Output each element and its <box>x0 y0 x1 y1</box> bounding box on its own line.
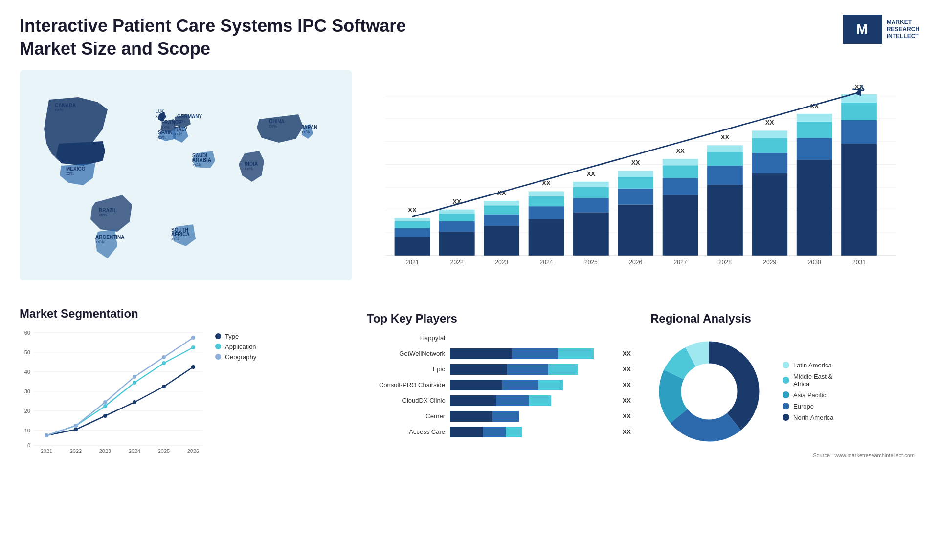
source-text: Source : www.marketresearchintellect.com <box>650 452 915 458</box>
asia-pacific-label: Asia Pacific <box>793 391 826 399</box>
donut-container: Latin America Middle East &Africa Asia P… <box>650 333 915 450</box>
svg-text:2021: 2021 <box>41 448 52 454</box>
donut-chart <box>650 333 768 450</box>
svg-rect-73 <box>618 176 653 188</box>
svg-rect-91 <box>752 138 787 153</box>
svg-text:XX: XX <box>765 119 774 126</box>
svg-text:2026: 2026 <box>187 448 199 454</box>
svg-text:xx%: xx% <box>158 135 166 140</box>
svg-rect-85 <box>707 152 743 166</box>
svg-point-134 <box>133 400 136 404</box>
svg-rect-78 <box>663 178 698 195</box>
svg-text:2021: 2021 <box>405 259 419 266</box>
svg-rect-97 <box>797 121 832 138</box>
svg-text:xx%: xx% <box>66 171 74 176</box>
svg-text:2026: 2026 <box>629 259 642 266</box>
svg-rect-79 <box>663 165 698 178</box>
svg-point-143 <box>45 433 48 437</box>
svg-text:30: 30 <box>24 388 30 394</box>
logo-icon: M <box>843 15 882 44</box>
latin-america-label: Latin America <box>793 362 832 369</box>
player-row-consult-pro: Consult-PRO Chairside XX <box>367 380 631 390</box>
svg-rect-74 <box>618 171 653 176</box>
svg-rect-56 <box>484 201 519 205</box>
svg-point-139 <box>103 404 107 408</box>
svg-text:2025: 2025 <box>158 448 170 454</box>
svg-rect-103 <box>841 102 877 120</box>
map-svg: CANADA xx% U.S. xx% MEXICO xx% BRAZIL xx… <box>20 70 352 280</box>
svg-rect-101 <box>841 144 877 255</box>
legend-latin-america: Latin America <box>782 362 833 369</box>
svg-text:XX: XX <box>676 147 685 154</box>
svg-rect-90 <box>752 153 787 173</box>
application-label: Application <box>225 343 256 350</box>
svg-text:2022: 2022 <box>70 448 82 454</box>
svg-text:XX: XX <box>587 170 596 177</box>
svg-text:2025: 2025 <box>584 259 598 266</box>
svg-text:xx%: xx% <box>156 114 164 119</box>
type-label: Type <box>225 333 239 340</box>
svg-rect-72 <box>618 188 653 204</box>
svg-text:2029: 2029 <box>763 259 776 266</box>
player-row-happytal: Happytal <box>367 333 631 344</box>
page-title: Interactive Patient Care Systems IPC Sof… <box>20 15 411 61</box>
geography-dot <box>215 354 221 360</box>
segmentation-section: Market Segmentation 60 50 40 30 20 10 0 <box>20 307 352 463</box>
svg-point-132 <box>74 428 78 431</box>
svg-rect-65 <box>573 212 609 256</box>
svg-text:xx%: xx% <box>171 237 179 241</box>
legend-europe: Europe <box>782 403 833 410</box>
svg-rect-95 <box>797 160 832 256</box>
svg-text:2031: 2031 <box>852 259 866 266</box>
svg-rect-67 <box>573 187 609 198</box>
svg-text:xx%: xx% <box>192 162 201 167</box>
svg-text:xx%: xx% <box>174 131 182 136</box>
logo-text: MARKET RESEARCH INTELLECT <box>887 19 919 40</box>
svg-rect-68 <box>573 181 609 187</box>
legend-north-america: North America <box>782 414 833 421</box>
asia-pacific-dot <box>782 391 789 398</box>
svg-point-141 <box>162 361 166 365</box>
player-bar <box>450 380 614 390</box>
svg-point-144 <box>74 424 78 428</box>
svg-text:xx%: xx% <box>99 213 107 217</box>
segmentation-legend: Type Application Geography <box>215 333 256 361</box>
bar-chart-section: XX 2021 XX 2022 XX 2023 <box>362 70 919 292</box>
segmentation-title: Market Segmentation <box>20 307 352 321</box>
svg-rect-53 <box>484 226 519 256</box>
player-bar <box>450 348 614 359</box>
svg-text:xx%: xx% <box>161 125 170 129</box>
svg-text:xx%: xx% <box>95 239 104 244</box>
svg-rect-43 <box>395 221 430 228</box>
player-name: Epic <box>367 366 445 373</box>
type-dot <box>215 333 221 339</box>
latin-america-dot <box>782 362 789 368</box>
svg-text:XX: XX <box>631 159 640 166</box>
middle-east-dot <box>782 377 789 384</box>
regional-legend: Latin America Middle East &Africa Asia P… <box>782 362 833 421</box>
svg-rect-48 <box>439 221 475 231</box>
svg-rect-89 <box>752 173 787 256</box>
svg-text:xx%: xx% <box>177 119 185 124</box>
svg-rect-83 <box>707 185 743 255</box>
svg-text:2027: 2027 <box>674 259 687 266</box>
player-name: CloudDX Clinic <box>367 397 445 404</box>
svg-point-140 <box>133 381 136 385</box>
player-name: Consult-PRO Chairside <box>367 381 445 388</box>
europe-label: Europe <box>793 403 814 410</box>
svg-rect-86 <box>707 145 743 152</box>
legend-type: Type <box>215 333 256 340</box>
regional-title: Regional Analysis <box>650 312 915 325</box>
svg-rect-41 <box>395 237 430 255</box>
north-america-label: North America <box>793 414 833 421</box>
svg-rect-54 <box>484 215 519 226</box>
svg-text:2023: 2023 <box>99 448 111 454</box>
svg-text:60: 60 <box>24 330 30 336</box>
svg-rect-61 <box>529 196 564 206</box>
svg-rect-96 <box>797 138 832 160</box>
player-bar <box>450 427 614 437</box>
player-name: GetWellNetwork <box>367 350 445 357</box>
legend-application: Application <box>215 343 256 350</box>
legend-asia-pacific: Asia Pacific <box>782 391 833 399</box>
svg-text:xx%: xx% <box>245 166 253 171</box>
